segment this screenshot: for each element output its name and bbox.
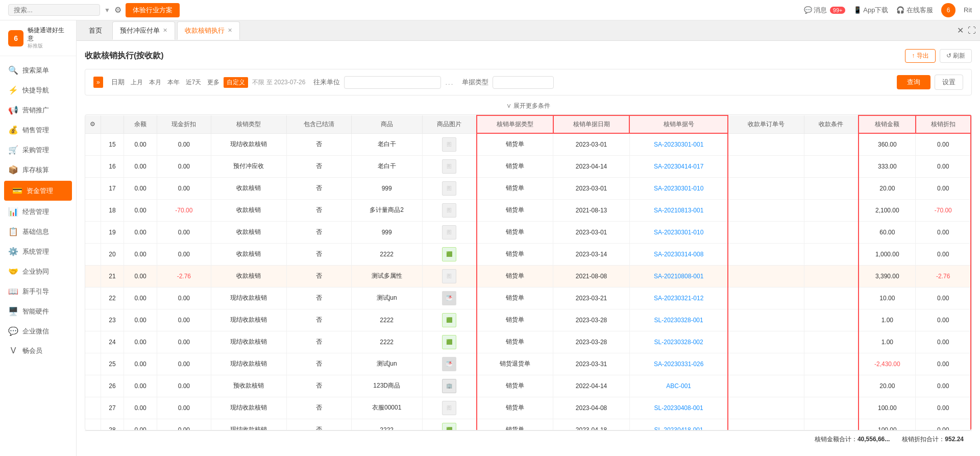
cell-receipt-condition (804, 309, 859, 331)
tab-minimize-button[interactable]: ✕ (957, 26, 964, 35)
cell-bill-no[interactable]: SA-20230321-012 (629, 287, 728, 309)
cell-bill-no[interactable]: SA-20230414-017 (629, 155, 728, 177)
bill-no-link[interactable]: SA-20210808-001 (654, 273, 703, 280)
table-row: 26 0.00 0.00 预收款核销 否 123D商品 🏢 销货单 2022-0… (85, 375, 971, 397)
date-btn-this-month[interactable]: 本月 (147, 77, 163, 88)
sidebar-item-purchase[interactable]: 🛒 采购管理 (0, 140, 76, 160)
date-btn-last-month[interactable]: 上月 (129, 77, 145, 88)
query-button[interactable]: 查询 (897, 75, 930, 89)
cell-cash-discount: 0.00 (157, 309, 211, 331)
table-wrapper[interactable]: ⚙ 余额 现金折扣 核销类型 包含已结清 商品 商品图片 核销单据类型 核销单据… (85, 114, 972, 430)
cell-bill-no[interactable]: SA-20210808-001 (629, 265, 728, 287)
bill-type-select[interactable] (493, 76, 554, 89)
sidebar-item-wechat[interactable]: 💬 企业微信 (0, 321, 76, 341)
search-input[interactable] (8, 4, 100, 16)
bill-no-link[interactable]: SA-20230314-008 (654, 251, 703, 258)
bill-no-link[interactable]: SA-20230414-017 (654, 163, 703, 170)
cell-settings (85, 375, 101, 397)
tab-prepay-close[interactable]: ✕ (163, 27, 167, 34)
filter-bill-type-label: 单据类型 (462, 78, 488, 87)
cell-bill-no[interactable]: SA-20230301-010 (629, 177, 728, 199)
sidebar-item-quick-nav[interactable]: ⚡ 快捷导航 (0, 80, 76, 100)
industry-solution-button[interactable]: 体验行业方案 (126, 3, 180, 17)
tab-bar: 首页 预付冲应付单 ✕ 收款核销执行 ✕ ✕ ⛶ (77, 20, 980, 41)
cell-cash-discount: -2.76 (157, 265, 211, 287)
bill-no-link[interactable]: ABC-001 (666, 382, 691, 390)
gear-icon[interactable]: ⚙ (114, 5, 121, 15)
sidebar-item-member[interactable]: V 畅会员 (0, 341, 76, 361)
col-header-cash-discount: 现金折扣 (157, 115, 211, 133)
date-btn-7days[interactable]: 近7天 (184, 77, 204, 88)
export-icon: ↑ (912, 52, 915, 59)
sidebar-item-operations[interactable]: 📊 经营管理 (0, 202, 76, 222)
app-layout: 6 畅捷通谱好生意 标推版 🔍 搜索菜单 ⚡ 快捷导航 📢 营销推广 💰 销售管… (0, 20, 980, 456)
sidebar-item-basic-info[interactable]: 📋 基础信息 (0, 222, 76, 242)
sidebar-item-inventory[interactable]: 📦 库存核算 (0, 160, 76, 180)
cell-include-settled: 否 (286, 177, 351, 199)
avatar[interactable]: 6 (941, 3, 955, 17)
cell-bill-no[interactable]: SL-20230408-001 (629, 397, 728, 419)
cart-icon: 🛒 (8, 145, 18, 155)
date-btn-this-year[interactable]: 本年 (165, 77, 182, 88)
bill-no-link[interactable]: SA-20210813-001 (654, 207, 703, 214)
bill-no-link[interactable]: SA-20230321-012 (654, 295, 703, 302)
settings-button[interactable]: 设置 (935, 75, 963, 90)
cell-product-img: 图 (422, 221, 477, 243)
cell-cash-discount: 0.00 (157, 287, 211, 309)
refresh-button[interactable]: ↺ 刷新 (940, 49, 972, 63)
cell-product: 测试jun (351, 353, 422, 375)
sidebar-item-marketing[interactable]: 📢 营销推广 (0, 100, 76, 120)
bill-no-link[interactable]: SL-20230408-001 (654, 404, 703, 412)
cell-balance: 0.00 (124, 265, 157, 287)
cell-bill-no[interactable]: SL-20230328-001 (629, 309, 728, 331)
tab-home[interactable]: 首页 (81, 22, 110, 39)
tab-bar-actions: ✕ ⛶ (957, 26, 976, 35)
tab-prepay[interactable]: 预付冲应付单 ✕ (112, 21, 175, 40)
cell-writeoff-amount: 100.00 (859, 397, 916, 419)
bill-no-link[interactable]: SL-20230418-001 (654, 426, 703, 431)
expand-more-button[interactable]: ∨ 展开更多条件 (506, 102, 550, 110)
sidebar-item-hardware[interactable]: 🖥️ 智能硬件 (0, 301, 76, 321)
date-btn-custom[interactable]: 自定义 (224, 77, 248, 88)
cell-bill-no[interactable]: SA-20230301-001 (629, 133, 728, 155)
tab-maximize-button[interactable]: ⛶ (968, 26, 976, 35)
cell-bill-date: 2023-03-01 (553, 133, 630, 155)
cell-bill-no[interactable]: SA-20230331-026 (629, 353, 728, 375)
counterparty-input[interactable] (344, 76, 441, 89)
cell-bill-no[interactable]: SA-20210813-001 (629, 199, 728, 221)
bill-no-link[interactable]: SA-20230331-026 (654, 361, 703, 368)
bill-no-link[interactable]: SA-20230301-001 (654, 141, 703, 148)
export-button[interactable]: ↑ 导出 (905, 49, 935, 63)
bill-no-link[interactable]: SL-20230328-002 (654, 339, 703, 346)
sidebar-item-search[interactable]: 🔍 搜索菜单 (0, 60, 76, 80)
cell-bill-no[interactable]: SA-20230314-008 (629, 243, 728, 265)
cell-balance: 0.00 (124, 353, 157, 375)
app-download-link[interactable]: 📱 App下载 (853, 6, 888, 15)
sidebar-item-label: 快捷导航 (22, 86, 49, 95)
sidebar-item-sales[interactable]: 💰 销售管理 (0, 120, 76, 140)
cell-bill-no[interactable]: SL-20230418-001 (629, 419, 728, 430)
date-btn-more[interactable]: 更多 (205, 77, 222, 88)
cell-seq: 18 (101, 199, 124, 221)
cell-bill-no[interactable]: SL-20230328-002 (629, 331, 728, 353)
sidebar-item-finance[interactable]: 💳 资金管理 (4, 181, 72, 201)
footer-total-discount: 核销折扣合计：952.24 (902, 435, 964, 444)
cell-bill-no[interactable]: ABC-001 (629, 375, 728, 397)
col-header-settings[interactable]: ⚙ (85, 115, 101, 133)
bill-no-link[interactable]: SA-20230301-010 (654, 185, 703, 192)
bill-no-link[interactable]: SA-20230301-010 (654, 229, 703, 236)
online-service-link[interactable]: 🎧 在线客服 (896, 6, 933, 15)
filter-expand-button[interactable]: » (93, 77, 103, 88)
cell-product-img: 🟩 (422, 309, 477, 331)
sidebar-item-system[interactable]: ⚙️ 系统管理 (0, 242, 76, 261)
sidebar-item-guide[interactable]: 📖 新手引导 (0, 281, 76, 301)
cell-bill-no[interactable]: SA-20230301-010 (629, 221, 728, 243)
cell-bill-type: 销货单 (477, 199, 553, 221)
cell-bill-type: 销货单 (477, 419, 553, 430)
messages-button[interactable]: 💬 消息 99+ (804, 6, 846, 15)
tab-collection-close[interactable]: ✕ (228, 27, 232, 34)
sidebar-item-collab[interactable]: 🤝 企业协同 (0, 261, 76, 281)
bill-no-link[interactable]: SL-20230328-001 (654, 317, 703, 324)
tab-collection[interactable]: 收款核销执行 ✕ (177, 21, 240, 40)
table-row: 24 0.00 0.00 现结收款核销 否 2222 🟩 销货单 2023-03… (85, 331, 971, 353)
